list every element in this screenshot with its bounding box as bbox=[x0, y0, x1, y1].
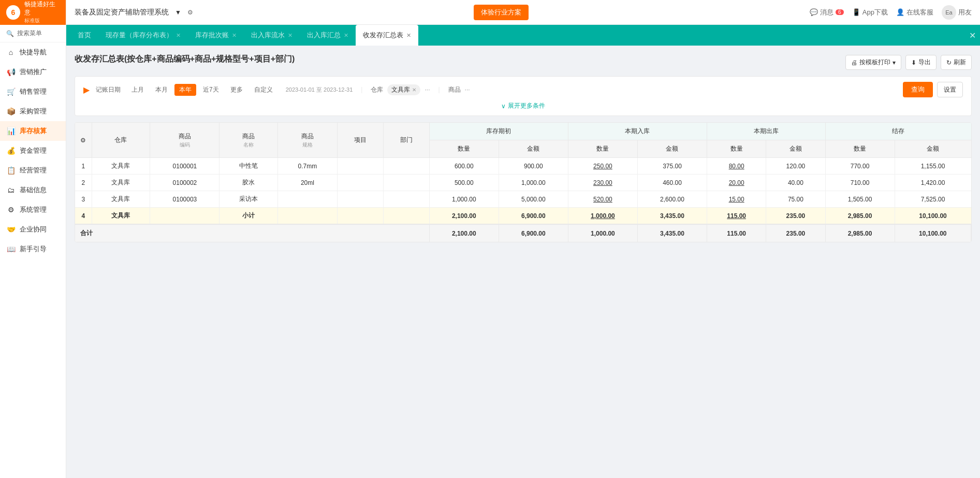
cell-out-qty[interactable]: 15.00 bbox=[707, 191, 766, 208]
cell-code bbox=[150, 208, 220, 225]
filter-collapse-btn[interactable]: ▶ bbox=[83, 85, 90, 95]
date-label: 记账日期 bbox=[96, 85, 121, 94]
cell-dept bbox=[383, 208, 429, 225]
date-btn-更多[interactable]: 更多 bbox=[226, 84, 247, 96]
goods-filter: 商品 ··· bbox=[448, 85, 470, 94]
sidebar-search[interactable]: 🔍 搜索菜单 bbox=[0, 25, 66, 42]
date-btn-上月[interactable]: 上月 bbox=[127, 84, 149, 96]
cell-out-amt: 235.00 bbox=[766, 208, 825, 225]
sidebar-item-collab[interactable]: 🤝企业协同 bbox=[0, 220, 66, 239]
cell-out-qty[interactable]: 20.00 bbox=[707, 175, 766, 191]
export-btn[interactable]: ⬇ 导出 bbox=[905, 55, 937, 70]
tab-close-in-out-flow[interactable]: ✕ bbox=[288, 32, 292, 39]
sidebar-icon-guide: 📖 bbox=[6, 244, 16, 254]
date-btn-本年[interactable]: 本年 bbox=[174, 84, 196, 96]
tab-label-in-out-flow: 出入库流水 bbox=[251, 31, 285, 40]
table-body: 1文具库0100001中性笔0.7mm600.00900.00250.00375… bbox=[75, 158, 971, 225]
cell-in-amt: 460.00 bbox=[637, 175, 707, 191]
close-all-tabs[interactable]: ✕ bbox=[969, 31, 976, 40]
user-item[interactable]: Ea 用友 bbox=[942, 5, 972, 20]
sidebar-icon-collab: 🤝 bbox=[6, 225, 16, 234]
warehouse-tag-close[interactable]: ✕ bbox=[412, 87, 416, 93]
sidebar-item-guide[interactable]: 📖新手引导 bbox=[0, 239, 66, 259]
query-btn[interactable]: 查询 bbox=[903, 82, 933, 97]
date-btn-自定义[interactable]: 自定义 bbox=[250, 84, 277, 96]
cell-bal-qty: 1,505.00 bbox=[825, 191, 895, 208]
cell-bal-qty: 2,985.00 bbox=[825, 208, 895, 225]
app-download-item[interactable]: 📱 App下载 bbox=[852, 8, 888, 17]
warehouse-tag[interactable]: 文具库 ✕ bbox=[387, 84, 420, 95]
th-spec: 商品规格 bbox=[278, 123, 337, 158]
sidebar-item-purchase[interactable]: 📦采购管理 bbox=[0, 102, 66, 121]
tab-close-recv-send[interactable]: ✕ bbox=[406, 32, 411, 39]
cell-out-amt: 75.00 bbox=[766, 191, 825, 208]
tab-label-home: 首页 bbox=[78, 31, 91, 40]
warehouse-more[interactable]: ··· bbox=[425, 86, 430, 93]
sidebar-label-business: 经营管理 bbox=[20, 166, 47, 175]
cell-warehouse: 文具库 bbox=[92, 158, 150, 175]
support-item[interactable]: 👤 在线客服 bbox=[896, 8, 933, 17]
th-code: 商品编码 bbox=[150, 123, 220, 158]
filter-settings-btn[interactable]: 设置 bbox=[937, 82, 963, 97]
tabs-container: 首页现存量（库存分布表）✕库存批次账✕出入库流水✕出入库汇总✕收发存汇总表✕ bbox=[70, 25, 969, 46]
sidebar-item-quick-nav[interactable]: ⌂快捷导航 bbox=[0, 42, 66, 62]
tab-label-batch: 库存批次账 bbox=[195, 31, 229, 40]
system-dropdown[interactable]: ▼ bbox=[175, 9, 181, 16]
cell-in-qty[interactable]: 1,000.00 bbox=[568, 208, 637, 225]
th-settings[interactable]: ⚙ bbox=[75, 123, 92, 158]
tab-close-batch[interactable]: ✕ bbox=[232, 32, 237, 39]
cell-out-qty[interactable]: 115.00 bbox=[707, 208, 766, 225]
search-icon: 🔍 bbox=[6, 30, 14, 37]
tab-recv-send[interactable]: 收发存汇总表✕ bbox=[356, 25, 418, 46]
goods-more[interactable]: ··· bbox=[465, 86, 470, 93]
sidebar-item-finance[interactable]: 💰资金管理 bbox=[0, 141, 66, 161]
cell-out-qty[interactable]: 80.00 bbox=[707, 158, 766, 175]
chevron-down-icon: ▾ bbox=[893, 59, 896, 66]
cell-project bbox=[337, 175, 383, 191]
refresh-btn[interactable]: ↻ 刷新 bbox=[941, 55, 972, 70]
tab-stock-dist[interactable]: 现存量（库存分布表）✕ bbox=[98, 25, 188, 46]
date-range: 2023-01-01 至 2023-12-31 bbox=[286, 86, 353, 94]
message-item[interactable]: 💬 消息 6 bbox=[810, 8, 844, 17]
user-label: 用友 bbox=[958, 8, 972, 17]
sidebar-icon-business: 📋 bbox=[6, 166, 16, 175]
sidebar-item-inventory[interactable]: 📊库存核算 bbox=[0, 121, 66, 141]
cell-warehouse: 文具库 bbox=[92, 191, 150, 208]
settings-icon[interactable]: ⚙ bbox=[187, 9, 193, 16]
expand-conditions-btn[interactable]: ∨ 展开更多条件 bbox=[83, 102, 963, 110]
sidebar-item-business[interactable]: 📋经营管理 bbox=[0, 161, 66, 180]
date-btn-近7天[interactable]: 近7天 bbox=[198, 84, 224, 96]
message-icon: 💬 bbox=[810, 8, 818, 16]
cell-open-qty: 2,100.00 bbox=[429, 208, 499, 225]
support-icon: 👤 bbox=[896, 8, 904, 16]
sidebar-item-system[interactable]: ⚙系统管理 bbox=[0, 200, 66, 220]
sidebar-item-marketing[interactable]: 📢营销推广 bbox=[0, 62, 66, 82]
sidebar-item-sales[interactable]: 🛒销售管理 bbox=[0, 82, 66, 102]
table-row-4: 4文具库小计2,100.006,900.001,000.003,435.0011… bbox=[75, 208, 971, 225]
system-name: 装备及固定资产辅助管理系统 bbox=[75, 8, 169, 17]
tab-close-in-out-summary[interactable]: ✕ bbox=[344, 32, 348, 39]
cell-warehouse: 文具库 bbox=[92, 175, 150, 191]
print-btn[interactable]: 🖨 按模板打印 ▾ bbox=[845, 55, 901, 70]
page-actions: 🖨 按模板打印 ▾ ⬇ 导出 ↻ 刷新 bbox=[845, 55, 972, 70]
footer-in-amt: 3,435.00 bbox=[637, 224, 707, 242]
tab-close-stock-dist[interactable]: ✕ bbox=[176, 32, 181, 39]
th-open-qty: 数量 bbox=[429, 140, 499, 158]
main-content: 装备及固定资产辅助管理系统 ▼ ⚙ 体验行业方案 💬 消息 6 📱 App下载 … bbox=[66, 0, 980, 478]
cell-in-qty[interactable]: 520.00 bbox=[568, 191, 637, 208]
cell-open-amt: 5,000.00 bbox=[499, 191, 568, 208]
tab-batch[interactable]: 库存批次账✕ bbox=[188, 25, 244, 46]
cell-in-qty[interactable]: 250.00 bbox=[568, 158, 637, 175]
tab-in-out-flow[interactable]: 出入库流水✕ bbox=[244, 25, 300, 46]
tab-home[interactable]: 首页 bbox=[70, 25, 98, 46]
cell-name: 中性笔 bbox=[220, 158, 278, 175]
th-out-amt: 金额 bbox=[766, 140, 825, 158]
sidebar-item-basic[interactable]: 🗂基础信息 bbox=[0, 180, 66, 200]
cell-in-qty[interactable]: 230.00 bbox=[568, 175, 637, 191]
user-avatar: Ea bbox=[942, 5, 956, 20]
trial-btn[interactable]: 体验行业方案 bbox=[474, 5, 529, 20]
cell-in-amt: 2,600.00 bbox=[637, 191, 707, 208]
sidebar-app-subtitle: 标准版 bbox=[24, 17, 60, 24]
tab-in-out-summary[interactable]: 出入库汇总✕ bbox=[300, 25, 356, 46]
date-btn-本月[interactable]: 本月 bbox=[151, 84, 172, 96]
